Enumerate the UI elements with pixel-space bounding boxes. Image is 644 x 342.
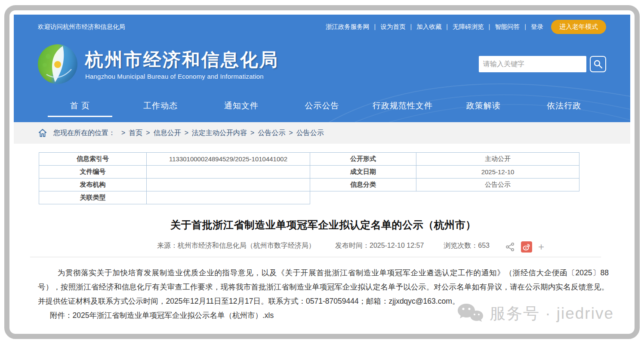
info-category-value: 公告公示 bbox=[416, 179, 579, 191]
related-type-value bbox=[147, 191, 310, 204]
nav-item-regulatory-docs[interactable]: 行政规范性文件 bbox=[362, 89, 443, 122]
elder-mode-button[interactable]: 进入老年模式 bbox=[551, 20, 606, 34]
topbar-links: 浙江政务服务网 设为首页 加入收藏 无障碍浏览 智能问答 登录 进入老年模式 bbox=[326, 20, 606, 34]
toplink-accessibility[interactable]: 无障碍浏览 bbox=[441, 23, 484, 31]
search-button[interactable] bbox=[590, 56, 606, 72]
related-type-label: 关联类型 bbox=[39, 191, 147, 204]
nav-item-law-admin[interactable]: 依法行政 bbox=[524, 89, 604, 122]
publisher-value bbox=[147, 179, 310, 191]
source-value: 杭州市经济和信息化局（杭州市数字经济局） bbox=[178, 242, 315, 249]
article-area: 信息索引号 113301000024894529/2025-1010441002… bbox=[14, 152, 630, 323]
attachment-filename: 2025年浙江省制造业单项冠军企业拟公示名单（杭州市）.xls bbox=[73, 311, 274, 320]
table-row: 关联类型 bbox=[39, 191, 579, 204]
issue-date-label: 成文日期 bbox=[310, 166, 416, 179]
doc-number-label: 文件编号 bbox=[39, 166, 147, 179]
webpage: 欢迎访问杭州市经济和信息化局 浙江政务服务网 设为首页 加入收藏 无障碍浏览 智… bbox=[14, 15, 630, 330]
share-icon[interactable] bbox=[505, 242, 515, 252]
breadcrumb-info-disclosure[interactable]: 信息公开 bbox=[142, 129, 181, 138]
issue-date-value: 2025-12-10 bbox=[416, 166, 579, 179]
toplink-add-favorite[interactable]: 加入收藏 bbox=[405, 23, 441, 31]
breadcrumb-home[interactable]: 首页 bbox=[118, 129, 142, 138]
wechat-icon bbox=[457, 303, 484, 324]
doc-number-value bbox=[147, 166, 310, 179]
weibo-share-icon[interactable] bbox=[521, 241, 532, 253]
nav-item-policy-interpretation[interactable]: 政策解读 bbox=[443, 89, 524, 122]
breadcrumb-announcements[interactable]: 公告公示 bbox=[247, 129, 285, 138]
site-title: 杭州市经济和信息化局 bbox=[85, 48, 279, 72]
table-row: 信息索引号 113301000024894529/2025-1010441002… bbox=[39, 153, 579, 166]
table-row: 文件编号 成文日期 2025-12-10 bbox=[39, 166, 579, 179]
info-index-label: 信息索引号 bbox=[39, 153, 147, 166]
info-category-label: 信息分类 bbox=[310, 179, 416, 191]
welcome-text: 欢迎访问杭州市经济和信息化局 bbox=[38, 23, 125, 31]
publish-time-label: 发布时间： bbox=[335, 242, 370, 249]
nav-item-work-news[interactable]: 工作动态 bbox=[120, 89, 201, 122]
main-nav: 首 页 工作动态 通知文件 公示公告 行政规范性文件 政策解读 依法行政 bbox=[14, 89, 630, 122]
attachment-label: 附件： bbox=[50, 311, 73, 320]
publisher-label: 发布机构 bbox=[39, 179, 147, 191]
nav-item-notices[interactable]: 通知文件 bbox=[201, 89, 282, 122]
toplink-set-homepage[interactable]: 设为首页 bbox=[370, 23, 406, 31]
article-paragraph: 为贯彻落实关于加快培育发展制造业优质企业的指导意见，以及《关于开展首批浙江省制造… bbox=[38, 266, 609, 308]
site-header: 欢迎访问杭州市经济和信息化局 浙江政务服务网 设为首页 加入收藏 无障碍浏览 智… bbox=[14, 15, 630, 122]
site-subtitle: Hangzhou Municipal Bureau of Economy and… bbox=[85, 73, 279, 80]
toplink-smart-qa[interactable]: 智能问答 bbox=[484, 23, 520, 31]
toplink-zhejiang-gov[interactable]: 浙江政务服务网 bbox=[326, 23, 370, 31]
nav-item-announcements[interactable]: 公示公告 bbox=[282, 89, 363, 122]
home-icon bbox=[38, 128, 47, 138]
search-input[interactable] bbox=[479, 56, 586, 72]
attachment-link[interactable]: 附件：2025年浙江省制造业单项冠军企业拟公示名单（杭州市）.xls bbox=[50, 311, 274, 320]
search-bar bbox=[479, 56, 606, 72]
article-meta: 来源：杭州市经济和信息化局（杭州市数字经济局）发布时间：2025-12-10 1… bbox=[38, 241, 609, 253]
bureau-logo bbox=[38, 44, 77, 84]
info-index-value: 113301000024894529/2025-1010441002 bbox=[147, 153, 310, 166]
source-label: 来源： bbox=[157, 242, 178, 249]
breadcrumb: 您现在所在的位置： 首页 信息公开 法定主动公开内容 公告公示 公告公示 bbox=[14, 122, 630, 144]
more-share-icon[interactable]: + bbox=[538, 243, 544, 251]
page-frame: 欢迎访问杭州市经济和信息化局 浙江政务服务网 设为首页 加入收藏 无障碍浏览 智… bbox=[4, 5, 640, 339]
watermark: 服务号 · jiedrive bbox=[457, 303, 614, 324]
meta-divider bbox=[30, 257, 601, 257]
watermark-text: 服务号 · jiedrive bbox=[490, 303, 614, 324]
breadcrumb-statutory-content[interactable]: 法定主动公开内容 bbox=[181, 129, 247, 138]
toplink-login[interactable]: 登录 bbox=[520, 23, 543, 31]
breadcrumb-current: 公告公示 bbox=[285, 129, 324, 138]
brand-text: 杭州市经济和信息化局 Hangzhou Municipal Bureau of … bbox=[85, 48, 279, 80]
nav-item-home[interactable]: 首 页 bbox=[40, 89, 120, 122]
topbar: 欢迎访问杭州市经济和信息化局 浙江政务服务网 设为首页 加入收藏 无障碍浏览 智… bbox=[14, 15, 630, 39]
brand-bar: 杭州市经济和信息化局 Hangzhou Municipal Bureau of … bbox=[14, 39, 630, 89]
breadcrumb-prefix: 您现在所在的位置： bbox=[53, 129, 115, 138]
search-icon bbox=[593, 59, 603, 69]
views-label: 浏览次数： bbox=[444, 242, 478, 249]
open-form-label: 公开形式 bbox=[310, 153, 416, 166]
page-title: 关于首批浙江省制造业单项冠军企业拟认定名单的公示（杭州市） bbox=[38, 218, 609, 232]
views-value: 653 bbox=[478, 242, 490, 249]
info-table: 信息索引号 113301000024894529/2025-1010441002… bbox=[39, 152, 579, 204]
open-form-value: 主动公开 bbox=[416, 153, 579, 166]
active-tab-indicator bbox=[48, 116, 112, 117]
share-tools: + bbox=[505, 241, 544, 253]
table-row: 发布机构 信息分类 公告公示 bbox=[39, 179, 579, 191]
publish-time-value: 2025-12-10 12:57 bbox=[370, 242, 424, 249]
